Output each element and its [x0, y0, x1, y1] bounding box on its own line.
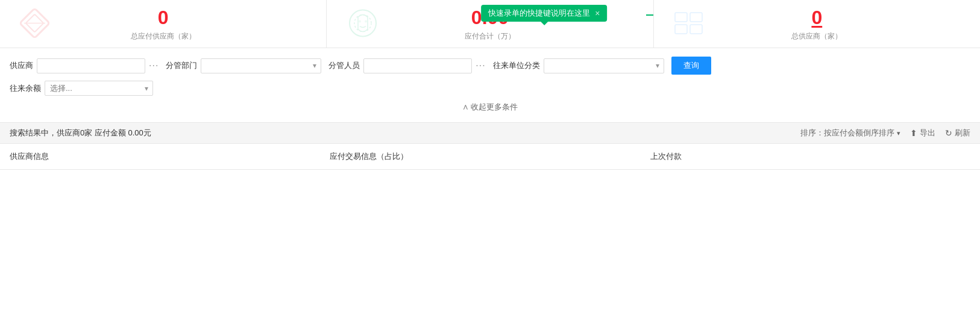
stat-total-suppliers: 0 总供应商（家）	[654, 0, 980, 48]
manager-filter: 分管人员 ···	[328, 58, 485, 73]
grid-bg-icon	[672, 10, 705, 39]
table-header: 供应商信息 应付交易信息（占比） 上次付款	[0, 144, 980, 170]
refresh-label: 刷新	[955, 128, 970, 138]
collapse-button[interactable]: ∧ 收起更多条件	[10, 102, 970, 113]
svg-rect-10	[690, 25, 702, 34]
export-label: 导出	[920, 128, 935, 138]
result-bar: 搜索结果中，供应商0家 应付金额 0.00元 排序：按应付会额倒序排序 ▾ ⬆ …	[0, 123, 980, 144]
department-label: 分管部门	[166, 60, 197, 71]
table-body	[0, 170, 980, 310]
filter-row-1: 供应商 ··· 分管部门 ▾ 分管人员 ··· 往来单位分类 ▾	[10, 57, 970, 75]
unit-category-filter: 往来单位分类 ▾	[493, 58, 664, 73]
filter-bar: 供应商 ··· 分管部门 ▾ 分管人员 ··· 往来单位分类 ▾	[0, 48, 980, 123]
svg-rect-1	[26, 14, 44, 32]
supplier-input[interactable]	[37, 58, 145, 73]
supplier-filter: 供应商 ···	[10, 58, 159, 73]
balance-label: 往来余额	[10, 83, 41, 94]
stat-payable-total: 0.00 应付合计（万） 快速录单的快捷键说明在这里 ×	[327, 0, 653, 48]
tooltip-text: 快速录单的快捷键说明在这里	[488, 8, 590, 19]
payable-suppliers-label: 总应付供应商（家）	[131, 31, 196, 42]
export-icon: ⬆	[910, 128, 917, 138]
svg-rect-8	[690, 13, 702, 22]
export-button[interactable]: ⬆ 导出	[910, 128, 935, 138]
unit-category-input[interactable]	[544, 58, 664, 73]
department-input[interactable]	[201, 58, 321, 73]
department-filter: 分管部门 ▾	[166, 58, 321, 73]
manager-label: 分管人员	[328, 60, 360, 71]
unit-category-select-wrapper: ▾	[544, 58, 664, 73]
manager-dots[interactable]: ···	[476, 60, 485, 71]
total-suppliers-label: 总供应商（家）	[791, 31, 842, 42]
refresh-button[interactable]: ↻ 刷新	[945, 128, 970, 138]
supplier-label: 供应商	[10, 60, 33, 71]
sort-dropdown-icon: ▾	[897, 129, 900, 137]
col-transaction-header: 应付交易信息（占比）	[330, 151, 650, 162]
cat-bg-icon	[345, 5, 381, 43]
balance-filter: 往来余额 ▾	[10, 81, 153, 96]
stats-bar: 0 总应付供应商（家） 0.00 应付合计（万） 快速录单的快捷键说明在这里 ×	[0, 0, 980, 48]
total-suppliers-number: 0	[811, 6, 822, 29]
refresh-icon: ↻	[945, 128, 952, 138]
balance-select-wrapper: ▾	[45, 81, 153, 96]
svg-point-4	[354, 14, 371, 31]
col-last-payment-header: 上次付款	[650, 151, 970, 162]
payable-suppliers-number: 0	[158, 6, 169, 29]
svg-point-5	[359, 20, 361, 22]
manager-input[interactable]	[363, 58, 472, 73]
svg-rect-0	[20, 8, 49, 37]
quick-shortcut-tooltip: 快速录单的快捷键说明在这里 ×	[481, 5, 607, 22]
supplier-dots[interactable]: ···	[149, 60, 159, 71]
sort-label: 排序：按应付会额倒序排序	[800, 128, 894, 138]
result-info-text: 搜索结果中，供应商0家 应付金额 0.00元	[10, 128, 151, 138]
query-button[interactable]: 查询	[671, 57, 711, 75]
col-supplier-header: 供应商信息	[10, 151, 330, 162]
result-actions: 排序：按应付会额倒序排序 ▾ ⬆ 导出 ↻ 刷新	[800, 128, 970, 138]
department-select-wrapper: ▾	[201, 58, 321, 73]
svg-point-6	[365, 20, 367, 22]
unit-category-label: 往来单位分类	[493, 60, 540, 71]
svg-point-3	[350, 10, 376, 36]
diamond-bg-icon	[18, 7, 51, 42]
stat-total-payable-suppliers: 0 总应付供应商（家）	[0, 0, 327, 48]
payable-total-label: 应付合计（万）	[465, 31, 515, 42]
filter-row-2: 往来余额 ▾	[10, 81, 970, 96]
svg-rect-7	[675, 13, 687, 22]
svg-rect-9	[675, 25, 687, 34]
balance-input[interactable]	[45, 81, 153, 96]
tooltip-close-btn[interactable]: ×	[595, 8, 600, 18]
sort-select[interactable]: 排序：按应付会额倒序排序 ▾	[800, 128, 900, 138]
